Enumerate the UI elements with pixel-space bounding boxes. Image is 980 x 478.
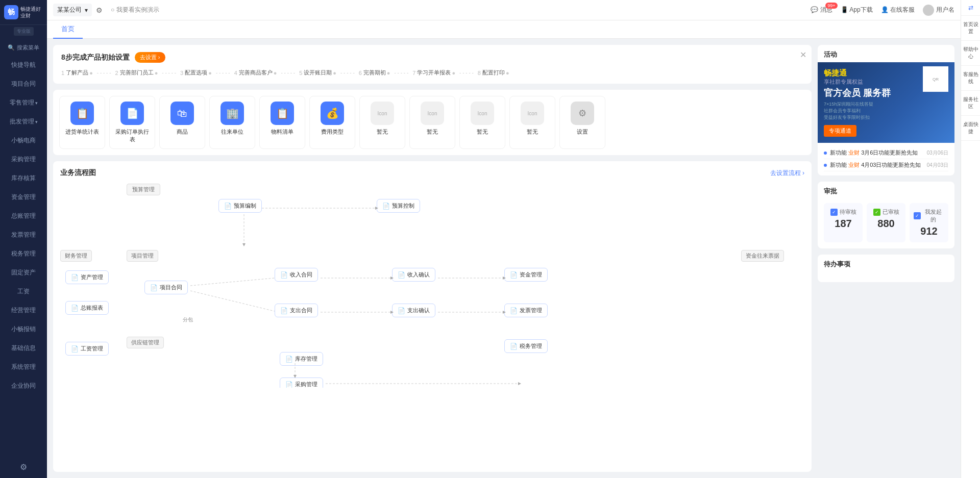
box-gongzi[interactable]: 📄 工资管理 [65,342,109,356]
step-5[interactable]: 5 设开账日期 ● [299,69,336,77]
doc-icon: 📄 [382,203,390,210]
quick-icon-wuliao[interactable]: 📋 物料清单 [259,96,305,149]
app-download-button[interactable]: 📱 App下载 [841,6,873,14]
sidebar-item-lingshou[interactable]: 零售管理 ▾ [0,93,47,112]
quick-icon-zan1[interactable]: Icon 暂无 [359,96,405,149]
topbar: 某某公司 ▾ ⚙ 我要看实例演示 💬 消息 99+ 📱 App下载 👤 在线客服 [47,0,961,20]
zan4-icon: Icon [521,102,544,125]
sidebar-settings-icon[interactable]: ⚙ [0,456,47,478]
sidebar-item-pifa[interactable]: 批发管理 ▾ [0,112,47,131]
notice-2[interactable]: 新功能 业财 4月03日功能更新抢先知 04月03日 [824,159,948,171]
company-selector[interactable]: 某某公司 ▾ [53,4,92,16]
content-area: 8步完成产品初始设置 去设置 › 1 了解产品 ● - - - - - 2 完善… [47,39,961,478]
approval-pending[interactable]: ✓ 待审核 187 [824,203,863,242]
right-sidebar-service[interactable]: 客服热线 [961,66,980,91]
sidebar-item-zijin[interactable]: 资金管理 [0,188,47,207]
step-1[interactable]: 1 了解产品 ● [61,69,93,77]
box-label: 发票管理 [520,307,542,314]
wanglai-label: 往来单位 [221,128,243,136]
pending-title: 待办事项 [818,255,954,272]
setup-goto-button[interactable]: 去设置 › [135,52,165,63]
sidebar-item-xitong[interactable]: 系统管理 [0,358,47,376]
box-xiangmu-hetong[interactable]: 📄 项目合同 [144,281,188,294]
approval-done-label: ✓ 已审核 [871,208,901,216]
sidebar-item-baoxiao[interactable]: 小畅报销 [0,320,47,339]
box-zijin-guanli[interactable]: 📄 资金管理 [504,268,548,282]
quick-icon-shangpin[interactable]: 🛍 商品 [159,96,205,149]
sidebar-item-caigou[interactable]: 采购管理 [0,150,47,169]
box-shouru-queren[interactable]: 📄 收入确认 [392,268,435,282]
search-menu[interactable]: 🔍 搜索菜单 [0,40,47,56]
jinhuodan-icon: 📋 [70,102,94,125]
topbar-settings-icon[interactable]: ⚙ [96,6,103,14]
quick-icon-caigoudan[interactable]: 📄 采购订单执行表 [109,96,155,149]
quick-icon-jinhuodan[interactable]: 📋 进货单统计表 [59,96,105,149]
notice-dot [824,164,827,167]
right-sidebar-home-set[interactable]: 首页设置 [961,16,980,41]
quick-icon-shezhi[interactable]: ⚙ 设置 [559,96,605,149]
right-sidebar-expand[interactable]: ⇄ [961,0,980,16]
sidebar-item-fapiao[interactable]: 发票管理 [0,225,47,244]
right-sidebar-community[interactable]: 服务社区 [961,91,980,116]
box-zongzhang[interactable]: 📄 总账报表 [65,301,109,315]
approval-done[interactable]: ✓ 已审核 880 [867,203,905,242]
sidebar-item-kuaijie[interactable]: 快捷导航 [0,56,47,74]
quick-icon-wanglai[interactable]: 🏢 往来单位 [209,96,255,149]
step-3[interactable]: 3 配置选项 ● [180,69,212,77]
sidebar-item-jingying[interactable]: 经营管理 [0,301,47,320]
sidebar-item-gongzi[interactable]: 工资 [0,282,47,301]
sidebar-item-kucun[interactable]: 库存核算 [0,169,47,188]
user-menu[interactable]: 用户名 [923,5,954,16]
sidebar-item-xiaochang[interactable]: 小畅电商 [0,131,47,150]
step-2[interactable]: 2 完善部门员工 ● [115,69,158,77]
quick-icon-zan4[interactable]: Icon 暂无 [509,96,555,149]
section-xiangmu: 项目管理 [127,250,158,262]
fenbao-label: 分包 [183,316,193,323]
step-6-num: 6 [359,70,362,76]
box-kucun-guanli[interactable]: 📄 库存管理 [280,352,323,366]
approval-pending-label: ✓ 待审核 [828,208,859,216]
step-7[interactable]: 7 学习开单报表 ● [412,69,455,77]
flow-settings-link[interactable]: 去设置流程 › [770,169,804,178]
step-3-text: 配置选项 [185,69,207,77]
notice-date-2: 04月03日 [927,162,948,169]
message-badge: 99+ [825,3,837,9]
svg-line-1 [190,278,275,286]
activity-btn[interactable]: 专项通道 [824,125,856,137]
step-4[interactable]: 4 完善商品客户 ● [234,69,277,77]
notice-1[interactable]: 新功能 业财 3月6日功能更新抢先知 03月06日 [824,147,948,159]
caigoudan-label: 采购订单执行表 [113,128,152,143]
box-shuiwu-guanli[interactable]: 📄 税务管理 [504,339,548,353]
online-service-button[interactable]: 👤 在线客服 [881,6,915,14]
right-sidebar-desktop[interactable]: 桌面快捷 [961,116,980,141]
done-count: 880 [871,218,901,230]
sidebar-item-jichu[interactable]: 基础信息 [0,339,47,358]
right-sidebar-help[interactable]: 帮助中心 [961,41,980,66]
box-fapiao-guanli[interactable]: 📄 发票管理 [504,304,548,317]
tab-home[interactable]: 首页 [53,20,83,39]
box-zhichu-queren[interactable]: 📄 支出确认 [392,304,435,317]
approval-card: 审批 ✓ 待审核 187 ✓ 已审核 880 [818,182,954,248]
step-6[interactable]: 6 完善期初 ● [359,69,390,77]
sidebar-item-gudingzichan[interactable]: 固定资产 [0,263,47,282]
message-button[interactable]: 💬 消息 99+ [811,6,832,14]
box-yusuan-zhizhi[interactable]: 📄 预算编制 [218,199,262,213]
sidebar-item-qiye[interactable]: 企业协同 [0,376,47,395]
quick-icon-zan2[interactable]: Icon 暂无 [409,96,455,149]
step-8[interactable]: 8 配置打印 ● [478,69,509,77]
box-caigou-guanli[interactable]: 📄 采购管理 [280,378,323,388]
setup-close-button[interactable]: ✕ [800,50,806,60]
box-yusuan-kongzhi[interactable]: 📄 预算控制 [377,199,420,213]
sidebar-item-xiangmu[interactable]: 项目合同 [0,74,47,93]
box-zichan[interactable]: 📄 资产管理 [65,270,109,284]
box-shouru-hetong[interactable]: 📄 收入合同 [275,268,318,282]
box-zhichu-hetong[interactable]: 📄 支出合同 [275,304,318,317]
sidebar-item-zongzhang[interactable]: 总账管理 [0,207,47,225]
sidebar-item-shuiwu[interactable]: 税务管理 [0,244,47,263]
demo-link[interactable]: 我要看实例演示 [111,6,159,14]
right-sidebar: ⇄ 首页设置 帮助中心 客服热线 服务社区 桌面快捷 [961,0,980,478]
sidebar-item-label: 零售管理 [10,98,34,107]
approval-mine[interactable]: ✓ 我发起的 912 [910,203,948,242]
quick-icon-zan3[interactable]: Icon 暂无 [459,96,505,149]
quick-icon-feiyong[interactable]: 💰 费用类型 [309,96,355,149]
